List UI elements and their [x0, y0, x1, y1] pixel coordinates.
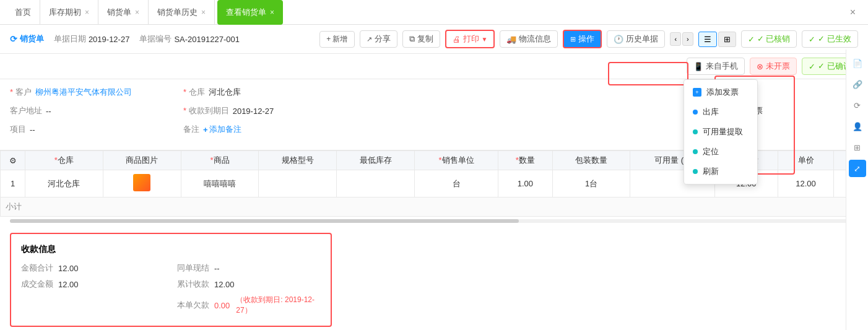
col-min-stock: 最低库存: [337, 151, 415, 170]
not-open-label: 未开票: [766, 61, 790, 72]
grid-view-button[interactable]: ⊞: [718, 32, 736, 47]
tab-view-sales-close[interactable]: ×: [270, 8, 274, 17]
project-value: --: [30, 125, 35, 134]
doc-type-label: 销货单: [20, 33, 44, 45]
cell-min-stock: [337, 170, 415, 198]
doc-date-label: 单据日期: [54, 33, 86, 45]
cell-no: 1: [1, 170, 25, 198]
tab-sales-history-close[interactable]: ×: [201, 8, 206, 17]
col-spec: 规格型号: [259, 151, 337, 170]
project-label: 项目: [10, 124, 26, 135]
same-order-item: 同单现结 --: [177, 263, 321, 274]
col-image: 商品图片: [103, 151, 181, 170]
warehouse-label: 仓库: [183, 87, 205, 98]
locate-dot: [693, 149, 698, 154]
available-label: 可用量提取: [703, 126, 743, 137]
col-pack-qty: 包装数量: [552, 151, 630, 170]
tab-view-sales[interactable]: 查看销货单 ×: [217, 0, 283, 25]
tab-inventory[interactable]: 库存期初 ×: [40, 0, 98, 25]
tab-inventory-close[interactable]: ×: [85, 8, 89, 17]
ops-button[interactable]: ⊞ 操作: [563, 30, 602, 48]
tab-sales-history[interactable]: 销货单历史 ×: [149, 0, 215, 25]
tab-sales-close[interactable]: ×: [135, 8, 139, 17]
sidebar-icon-refresh[interactable]: ⟳: [849, 97, 866, 114]
share-button[interactable]: ↗ 分享: [360, 30, 397, 48]
sidebar-icon-document[interactable]: 📄: [849, 54, 866, 72]
close-window-button[interactable]: ×: [844, 7, 862, 18]
customer-field: 客户 柳州粤港平安气体有限公司: [10, 87, 171, 98]
dropdown-item-available[interactable]: 可用量提取: [684, 122, 757, 142]
warehouse-field: 仓库 河北仓库: [183, 87, 344, 98]
logistics-icon: 🚚: [506, 35, 516, 44]
new-button[interactable]: + 新增: [319, 31, 354, 48]
cell-image: [103, 170, 181, 198]
tab-view-sales-label: 查看销货单: [226, 7, 266, 18]
out-stock-label: 出库: [703, 106, 719, 118]
print-button[interactable]: 🖨 打印 ▼: [445, 30, 495, 48]
col-qty: *数量: [498, 151, 553, 170]
transaction-item: 成交金额 12.00: [21, 279, 165, 290]
subtotal-row: 小计: [1, 198, 868, 217]
total-value: 12.00: [58, 264, 79, 273]
due-date-field: 收款到期日 2019-12-27: [183, 105, 344, 116]
dropdown-item-out-stock[interactable]: 出库: [684, 102, 757, 122]
tab-home[interactable]: 首页: [6, 0, 40, 25]
refresh-label: 刷新: [703, 166, 719, 177]
cell-pack-qty: 1台: [552, 170, 630, 198]
logistics-label: 物流信息: [519, 33, 551, 45]
same-order-value: --: [214, 264, 220, 273]
next-button[interactable]: ›: [682, 32, 693, 46]
cell-unit: 台: [414, 170, 498, 198]
project-field: 项目 --: [10, 124, 171, 135]
current-due-item: 本单欠款 0.00 （收款到期日: 2019-12-27）: [177, 295, 321, 316]
transaction-value: 12.00: [58, 280, 79, 289]
col-settings[interactable]: ⚙: [1, 151, 25, 170]
doc-icon: ⟳: [10, 34, 17, 44]
print-dropdown-arrow: ▼: [482, 36, 488, 43]
dropdown-item-add-invoice[interactable]: + 添加发票: [684, 82, 757, 102]
ops-label: 操作: [578, 33, 594, 45]
add-note-label: 添加备注: [209, 124, 241, 135]
logistics-button[interactable]: 🚚 物流信息: [500, 30, 558, 48]
effect-label: ✓ 已生效: [818, 33, 851, 45]
copy-label: 复制: [417, 33, 433, 45]
doc-number-field: 单据编号 SA-20191227-001: [139, 33, 240, 45]
cell-warehouse: 河北仓库: [25, 170, 103, 198]
same-order-label: 同单现结: [177, 263, 209, 274]
sidebar-icon-user[interactable]: 👤: [849, 118, 866, 135]
col-warehouse: *仓库: [25, 151, 103, 170]
col-product: *商品: [181, 151, 259, 170]
tab-sales-history-label: 销货单历史: [157, 7, 197, 18]
history-icon: 🕐: [614, 35, 623, 44]
doc-date-value: 2019-12-27: [89, 35, 130, 44]
list-view-button[interactable]: ☰: [698, 32, 717, 47]
view-buttons: ☰ ⊞: [698, 32, 736, 47]
sidebar-icon-link[interactable]: 🔗: [849, 76, 866, 93]
customer-value[interactable]: 柳州粤港平安气体有限公司: [35, 87, 132, 98]
tab-sales[interactable]: 销货单 ×: [98, 0, 149, 25]
tabs-bar: 首页 库存期初 × 销货单 × 销货单历史 × 查看销货单 × ×: [0, 0, 868, 25]
warehouse-value: 河北仓库: [209, 87, 241, 98]
dropdown-item-refresh[interactable]: 刷新: [684, 162, 757, 181]
history-button[interactable]: 🕐 历史单据: [607, 30, 665, 48]
prev-button[interactable]: ‹: [670, 32, 681, 46]
sidebar-icon-grid[interactable]: ⊞: [849, 139, 866, 156]
summary-grid: 金额合计 12.00 同单现结 -- 成交金额 12.00 累计收款 12.00: [21, 263, 321, 316]
address-value: --: [46, 106, 51, 116]
dropdown-menu: + 添加发票 出库 可用量提取 定位 刷新: [684, 79, 758, 185]
copy-button[interactable]: ⧉ 复制: [402, 30, 440, 48]
available-dot: [693, 129, 698, 134]
check-icon: ✓: [748, 35, 755, 44]
cancel-badge: ✓ ✓ 已核销: [741, 30, 797, 48]
effect-check-icon: ✓: [809, 35, 815, 44]
add-note-button[interactable]: + 添加备注: [203, 124, 241, 135]
not-open-button[interactable]: ⊗ 未开票: [750, 58, 797, 75]
sidebar-icon-expand[interactable]: ⤢: [849, 160, 866, 177]
current-due-label: 本单欠款: [177, 300, 209, 311]
refresh-dot: [693, 169, 698, 174]
scroll-bar[interactable]: [10, 219, 858, 223]
from-phone-button[interactable]: 📱 来自手机: [687, 58, 745, 75]
doc-meta: 单据日期 2019-12-27 单据编号 SA-20191227-001: [54, 33, 240, 45]
right-sidebar: 📄 🔗 ⟳ 👤 ⊞ ⤢: [846, 50, 868, 330]
dropdown-item-locate[interactable]: 定位: [684, 142, 757, 162]
